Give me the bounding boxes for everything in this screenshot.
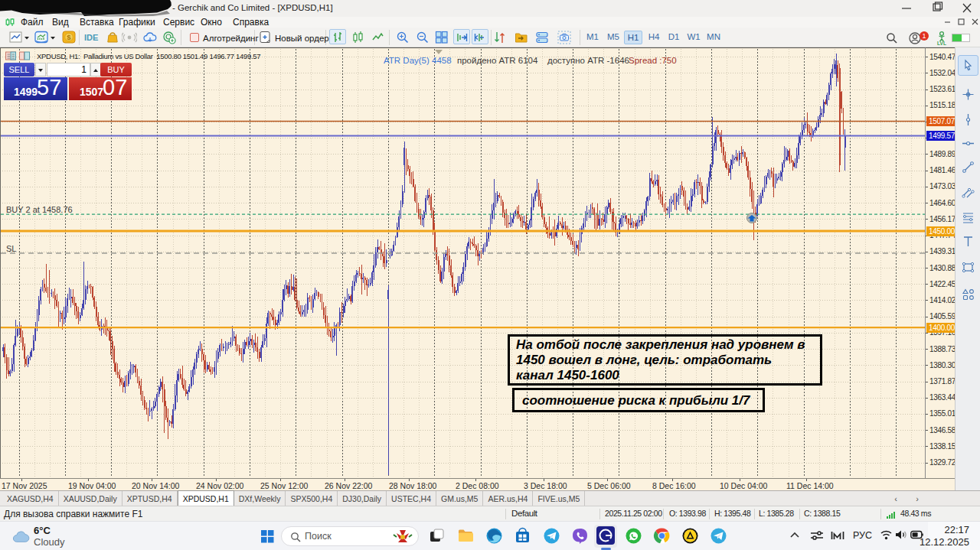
svg-text:1: 1 [922, 32, 926, 40]
svg-text:LVL: LVL [937, 41, 946, 46]
svg-text:IDE: IDE [84, 33, 98, 42]
svg-text:$: $ [67, 33, 71, 41]
